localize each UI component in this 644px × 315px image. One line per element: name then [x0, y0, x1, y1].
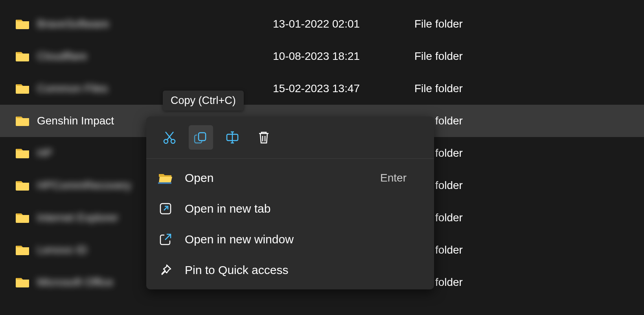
file-type: File folder [414, 276, 644, 289]
svg-rect-4 [199, 133, 206, 141]
rename-icon [224, 130, 240, 145]
file-type: File folder [414, 244, 644, 256]
folder-icon [16, 83, 30, 94]
menu-item-label: Pin to Quick access [185, 263, 407, 277]
folder-icon [16, 212, 30, 224]
folder-icon [16, 244, 30, 256]
copy-tooltip: Copy (Ctrl+C) [163, 91, 244, 111]
file-date: 10-08-2023 18:21 [273, 50, 414, 63]
svg-point-1 [171, 139, 175, 143]
file-row[interactable]: Cloudflare 10-08-2023 18:21 File folder [0, 40, 644, 72]
file-row[interactable]: Common Files 15-02-2023 13:47 File folde… [0, 72, 644, 105]
svg-rect-9 [158, 182, 171, 184]
file-type: File folder [414, 50, 644, 63]
file-name: BraveSoftware [37, 18, 273, 30]
folder-icon [16, 180, 30, 191]
file-type: File folder [414, 147, 644, 159]
file-type: File folder [414, 211, 644, 224]
menu-item-open[interactable]: Open Enter [146, 163, 434, 193]
folder-icon [16, 147, 30, 159]
svg-point-0 [164, 139, 168, 143]
file-row[interactable]: BraveSoftware 13-01-2022 02:01 File fold… [0, 8, 644, 40]
file-date: 13-01-2022 02:01 [273, 18, 414, 30]
folder-icon [16, 115, 30, 127]
context-toolbar [146, 117, 434, 159]
rename-button[interactable] [220, 125, 245, 150]
menu-item-open-in-new-window[interactable]: Open in new window [146, 224, 434, 255]
context-menu: Open Enter Open in new tab Open in new w… [146, 117, 434, 289]
cut-button[interactable] [157, 125, 182, 150]
delete-button[interactable] [252, 125, 276, 150]
folder-icon [16, 18, 30, 30]
pin-icon [158, 263, 173, 278]
new-window-icon [158, 232, 173, 247]
file-type: File folder [414, 18, 644, 30]
folder-icon [16, 276, 30, 288]
menu-item-label: Open in new window [185, 233, 407, 246]
menu-item-label: Open in new tab [185, 202, 407, 215]
menu-item-shortcut: Enter [380, 172, 407, 184]
menu-item-open-in-new-tab[interactable]: Open in new tab [146, 193, 434, 224]
menu-item-pin-to-quick-access[interactable]: Pin to Quick access [146, 255, 434, 285]
copy-button[interactable] [189, 125, 213, 150]
new-tab-icon [158, 201, 173, 216]
context-menu-items: Open Enter Open in new tab Open in new w… [146, 159, 434, 285]
delete-icon [256, 130, 272, 145]
file-type: File folder [414, 82, 644, 95]
file-name: Cloudflare [37, 50, 273, 63]
file-type: File folder [414, 179, 644, 192]
file-date: 15-02-2023 13:47 [273, 82, 414, 95]
menu-item-label: Open [185, 171, 380, 185]
folder-open-icon [158, 170, 173, 185]
copy-icon [193, 130, 209, 145]
folder-icon [16, 50, 30, 62]
file-type: File folder [414, 115, 644, 127]
cut-icon [162, 130, 177, 145]
